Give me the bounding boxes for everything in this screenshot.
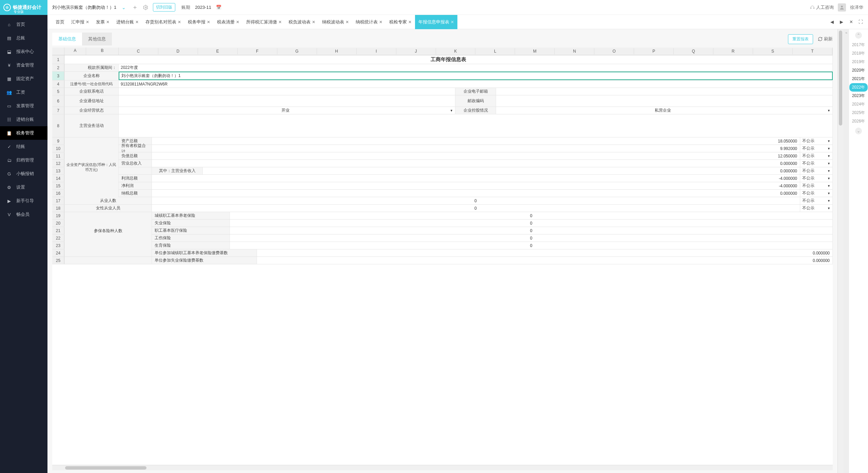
fin-val-11[interactable]: 12.050000 [152, 152, 800, 159]
r18-pub[interactable]: 不公示▼ [800, 205, 833, 212]
tab-1[interactable]: 汇申报✕ [68, 15, 93, 29]
fin-pub-12[interactable]: 不公示▼ [800, 160, 833, 167]
row-head-14[interactable]: 14 [52, 175, 64, 182]
tab-close-10-icon[interactable]: ✕ [379, 20, 382, 24]
r24-val[interactable]: 0.000000 [257, 249, 833, 257]
col-header-I[interactable]: I [357, 48, 396, 54]
tab-2[interactable]: 发票✕ [93, 15, 113, 29]
ins-val-21[interactable]: 0 [230, 227, 833, 234]
tab-close-11-icon[interactable]: ✕ [408, 20, 412, 24]
sidebar-item-12[interactable]: ⚙设置 [0, 181, 47, 194]
r2-value[interactable]: 2022年度 [119, 64, 833, 71]
fin-val-15[interactable]: -4.000000 [152, 182, 800, 189]
year-down-icon[interactable]: ⌄ [855, 128, 862, 134]
year-2021年[interactable]: 2021年 [849, 75, 868, 83]
tab-close-8-icon[interactable]: ✕ [312, 20, 315, 24]
r6-value2[interactable] [496, 95, 833, 107]
ins-val-20[interactable]: 0 [230, 220, 833, 227]
year-2018年[interactable]: 2018年 [849, 49, 868, 58]
row-head-15[interactable]: 15 [52, 182, 64, 189]
fin-pub-14[interactable]: 不公示▼ [800, 175, 833, 182]
sidebar-item-5[interactable]: 👥工资 [0, 86, 47, 99]
year-2017年[interactable]: 2017年 [849, 41, 868, 49]
switch-old-button[interactable]: 切到旧版 [153, 3, 175, 12]
sidebar-item-10[interactable]: 🗂归档管理 [0, 153, 47, 167]
sidebar-item-7[interactable]: ☷进销台账 [0, 113, 47, 126]
row-head-25[interactable]: 25 [52, 257, 64, 264]
tab-7[interactable]: 所得税汇算清缴✕ [243, 15, 285, 29]
row-head-4[interactable]: 4 [52, 80, 64, 88]
r4-value[interactable]: 91320811MA7NGR2W6R [119, 80, 833, 88]
row-head-19[interactable]: 19 [52, 212, 64, 219]
calendar-icon[interactable]: 📅 [216, 5, 221, 10]
row-head-17[interactable]: 17 [52, 197, 64, 204]
avatar-icon[interactable] [838, 3, 846, 12]
col-header-F[interactable]: F [238, 48, 277, 54]
tab-close-9-icon[interactable]: ✕ [346, 20, 349, 24]
col-header-Q[interactable]: Q [674, 48, 713, 54]
r17-val[interactable]: 0 [152, 197, 800, 204]
fin-pub-15[interactable]: 不公示▼ [800, 182, 833, 189]
year-2026年[interactable]: 2026年 [849, 117, 868, 126]
tab-close-3-icon[interactable]: ✕ [135, 20, 139, 24]
tab-close-7-icon[interactable]: ✕ [278, 20, 282, 24]
subtab-basic[interactable]: 基础信息 [52, 33, 82, 45]
tab-0[interactable]: 首页 [52, 15, 68, 29]
year-2024年[interactable]: 2024年 [849, 100, 868, 109]
fin-val-12[interactable]: 0.000000 [152, 160, 800, 167]
tab-4[interactable]: 存货别名对照表✕ [142, 15, 184, 29]
subtab-other[interactable]: 其他信息 [82, 33, 112, 45]
fin-pub-16[interactable]: 不公示▼ [800, 190, 833, 197]
year-2023年[interactable]: 2023年 [849, 92, 868, 100]
tab-6[interactable]: 税表清册✕ [214, 15, 243, 29]
tab-next-icon[interactable]: ▶ [837, 18, 846, 26]
row-head-18[interactable]: 18 [52, 205, 64, 212]
row-head-6[interactable]: 6 [52, 95, 64, 107]
row-head-16[interactable]: 16 [52, 190, 64, 197]
support-link[interactable]: 人工咨询 [810, 4, 834, 11]
sidebar-item-3[interactable]: ¥资金管理 [0, 58, 47, 72]
tab-5[interactable]: 税务申报✕ [184, 15, 214, 29]
row-head-7[interactable]: 7 [52, 107, 64, 114]
col-header-C[interactable]: C [119, 48, 158, 54]
col-header-E[interactable]: E [198, 48, 238, 54]
year-2022年[interactable]: 2022年 [849, 83, 868, 92]
r3-value[interactable]: 刘小艳演示账套（勿删勿动！）1 [119, 72, 833, 80]
r6-value[interactable] [119, 95, 455, 107]
col-header-H[interactable]: H [317, 48, 357, 54]
add-icon[interactable] [131, 4, 139, 11]
tab-8[interactable]: 税负波动表✕ [285, 15, 319, 29]
row-head-13[interactable]: 13 [52, 167, 64, 174]
row-head-9[interactable]: 9 [52, 137, 64, 145]
row-head-1[interactable]: 1 [52, 55, 64, 64]
col-header-L[interactable]: L [475, 48, 515, 54]
fin-val-16[interactable]: 0.000000 [152, 190, 800, 197]
row-head-5[interactable]: 5 [52, 88, 64, 95]
col-header-N[interactable]: N [555, 48, 594, 54]
col-header-J[interactable]: J [396, 48, 436, 54]
fullscreen-icon[interactable]: ⛶ [856, 18, 865, 26]
col-header-O[interactable]: O [594, 48, 634, 54]
year-2025年[interactable]: 2025年 [849, 109, 868, 117]
col-header-S[interactable]: S [753, 48, 793, 54]
sidebar-item-1[interactable]: ▤总账 [0, 31, 47, 45]
r7-value[interactable]: 开业▼ [119, 107, 455, 114]
fin-pub-10[interactable]: 不公示▼ [800, 145, 833, 152]
grid-body[interactable]: 1工商年报信息表2税款所属期间：2022年度3企业名称刘小艳演示账套（勿删勿动！… [52, 55, 833, 465]
r7-value2[interactable]: 私营企业▼ [496, 107, 833, 114]
sidebar-item-8[interactable]: 📋税务管理 [0, 126, 47, 140]
gear-icon[interactable] [142, 4, 150, 11]
row-head-22[interactable]: 22 [52, 234, 64, 242]
tab-10[interactable]: 纳税统计表✕ [352, 15, 386, 29]
sidebar-item-0[interactable]: ⌂首页 [0, 18, 47, 31]
row-head-21[interactable]: 21 [52, 227, 64, 234]
ins-val-19[interactable]: 0 [230, 212, 833, 219]
fin-pub-9[interactable]: 不公示▼ [800, 137, 833, 145]
row-head-12[interactable]: 12 [52, 160, 64, 167]
year-2020年[interactable]: 2020年 [849, 66, 868, 75]
ins-val-23[interactable]: 0 [230, 242, 833, 249]
horizontal-scrollbar[interactable] [52, 465, 833, 470]
sidebar-item-11[interactable]: G小畅报销 [0, 167, 47, 181]
tab-close-4-icon[interactable]: ✕ [178, 20, 181, 24]
row-head-10[interactable]: 10 [52, 145, 64, 152]
